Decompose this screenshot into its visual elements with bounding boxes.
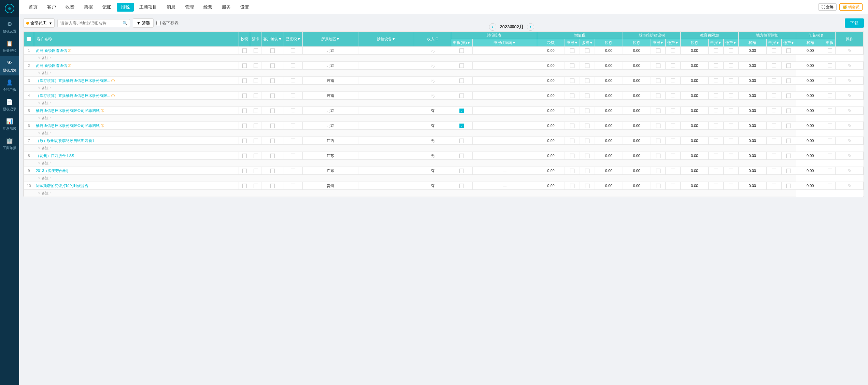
row-checkbox[interactable] (570, 154, 574, 158)
row-checkbox[interactable] (671, 79, 675, 83)
nav-management[interactable]: 管理 (181, 3, 198, 12)
row-checkbox[interactable] (242, 48, 247, 53)
row-checkbox[interactable] (242, 63, 247, 68)
row-checkbox[interactable] (714, 154, 718, 158)
row-checkbox[interactable] (828, 139, 832, 143)
row-checkbox[interactable] (459, 48, 464, 53)
row-checkbox[interactable] (656, 154, 660, 158)
row-checkbox[interactable] (270, 169, 275, 173)
edit-icon[interactable]: ✎ (848, 123, 852, 128)
search-input[interactable] (60, 20, 121, 26)
row-checkbox[interactable] (656, 48, 660, 53)
row-checkbox[interactable] (585, 139, 589, 143)
nav-industry[interactable]: 工商项目 (135, 3, 161, 12)
row-checkbox[interactable] (291, 48, 295, 53)
filter-button[interactable]: ▼ 筛选 (133, 18, 154, 28)
row-checkbox[interactable] (828, 63, 832, 68)
row-checkbox[interactable] (459, 139, 464, 143)
row-checkbox[interactable] (270, 79, 275, 83)
row-checkbox[interactable] (786, 109, 791, 113)
row-checkbox[interactable] (729, 79, 733, 83)
search-box[interactable]: 🔍 (57, 19, 130, 27)
action-cell[interactable]: ✎ (836, 122, 864, 130)
row-checkbox[interactable] (786, 139, 791, 143)
nav-operation[interactable]: 经营 (199, 3, 216, 12)
row-checkbox[interactable] (291, 79, 295, 83)
fullscreen-button[interactable]: ⛶ 全屏 (818, 3, 837, 11)
row-checkbox[interactable] (828, 184, 832, 188)
row-checkbox[interactable] (459, 63, 464, 68)
employee-filter[interactable]: 全部员工 ▾ (23, 18, 55, 28)
nav-invoice[interactable]: 票据 (80, 3, 97, 12)
row-checkbox[interactable] (242, 109, 247, 113)
row-checkbox[interactable] (585, 109, 589, 113)
row-checkbox[interactable] (270, 94, 275, 98)
row-checkbox[interactable] (291, 184, 295, 188)
row-checkbox[interactable] (254, 79, 258, 83)
nav-tax[interactable]: 报税 (117, 3, 134, 12)
row-checkbox[interactable] (671, 124, 675, 128)
row-checkbox[interactable] (270, 124, 275, 128)
nav-home[interactable]: 首页 (25, 3, 42, 12)
row-checkbox[interactable] (671, 63, 675, 68)
row-checkbox[interactable] (585, 154, 589, 158)
nav-service[interactable]: 服务 (218, 3, 235, 12)
row-checkbox[interactable] (729, 48, 733, 53)
row-checkbox[interactable] (772, 184, 776, 188)
row-checkbox[interactable] (459, 94, 464, 98)
row-checkbox[interactable] (656, 63, 660, 68)
row-checkbox[interactable] (772, 109, 776, 113)
edit-icon[interactable]: ✎ (848, 153, 852, 158)
row-checkbox[interactable] (772, 48, 776, 53)
row-checkbox[interactable] (570, 48, 574, 53)
row-checkbox[interactable] (459, 109, 464, 113)
row-checkbox[interactable] (254, 139, 258, 143)
row-checkbox[interactable] (714, 63, 718, 68)
row-checkbox[interactable] (729, 169, 733, 173)
sidebar-item-gongshang[interactable]: 🏢 工商年报 (0, 134, 19, 153)
row-checkbox[interactable] (786, 63, 791, 68)
row-checkbox[interactable] (714, 109, 718, 113)
row-checkbox[interactable] (714, 184, 718, 188)
row-checkbox[interactable] (570, 184, 574, 188)
row-checkbox[interactable] (291, 154, 295, 158)
row-checkbox[interactable] (714, 124, 718, 128)
row-checkbox[interactable] (671, 184, 675, 188)
row-checkbox[interactable] (254, 124, 258, 128)
row-checkbox[interactable] (270, 63, 275, 68)
row-checkbox[interactable] (585, 48, 589, 53)
row-checkbox[interactable] (656, 184, 660, 188)
row-checkbox[interactable] (254, 154, 258, 158)
row-checkbox[interactable] (459, 184, 464, 188)
row-checkbox[interactable] (254, 94, 258, 98)
action-cell[interactable]: ✎ (836, 107, 864, 115)
row-checkbox[interactable] (828, 109, 832, 113)
edit-icon[interactable]: ✎ (848, 183, 852, 188)
row-checkbox[interactable] (242, 154, 247, 158)
nav-message[interactable]: 消息 (162, 3, 180, 12)
row-checkbox[interactable] (270, 184, 275, 188)
next-month-button[interactable]: › (527, 23, 535, 31)
action-cell[interactable]: ✎ (836, 92, 864, 100)
row-checkbox[interactable] (585, 124, 589, 128)
row-checkbox[interactable] (270, 109, 275, 113)
row-checkbox[interactable] (772, 169, 776, 173)
action-cell[interactable]: ✎ (836, 137, 864, 145)
row-checkbox[interactable] (291, 124, 295, 128)
edit-icon[interactable]: ✎ (848, 168, 852, 173)
row-checkbox[interactable] (828, 79, 832, 83)
row-checkbox[interactable] (585, 63, 589, 68)
row-checkbox[interactable] (671, 109, 675, 113)
row-checkbox[interactable] (270, 139, 275, 143)
row-checkbox[interactable] (585, 169, 589, 173)
row-checkbox[interactable] (270, 48, 275, 53)
row-checkbox[interactable] (242, 124, 247, 128)
sidebar-item-piliang-bao[interactable]: 📋 批量报税 (0, 37, 19, 56)
row-checkbox[interactable] (242, 184, 247, 188)
row-checkbox[interactable] (671, 169, 675, 173)
action-cell[interactable]: ✎ (836, 167, 864, 175)
row-checkbox[interactable] (291, 63, 295, 68)
row-checkbox[interactable] (772, 79, 776, 83)
row-checkbox[interactable] (291, 169, 295, 173)
row-checkbox[interactable] (772, 94, 776, 98)
